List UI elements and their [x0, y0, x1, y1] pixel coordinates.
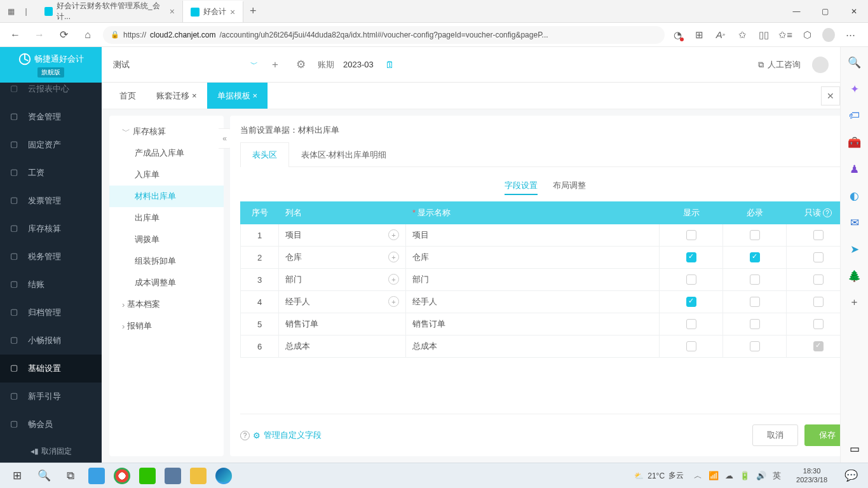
- taskbar-app-explorer[interactable]: [186, 463, 211, 489]
- field-tab[interactable]: 布局调整: [553, 177, 586, 195]
- checkbox[interactable]: [813, 230, 824, 240]
- cell-display[interactable]: 仓库: [406, 247, 660, 269]
- favorite-icon[interactable]: ✩: [736, 29, 749, 41]
- maximize-button[interactable]: ▢: [811, 0, 839, 23]
- checkbox[interactable]: [686, 341, 696, 351]
- sidebar-item[interactable]: ▢固定资产: [0, 131, 102, 159]
- cell-display[interactable]: 部门: [406, 269, 660, 291]
- workspace-tab[interactable]: 单据模板×: [207, 83, 268, 109]
- tree-item[interactable]: 组装拆卸单: [109, 250, 224, 272]
- checkbox[interactable]: [686, 319, 696, 329]
- add-icon[interactable]: +: [388, 252, 399, 262]
- workspace-tab[interactable]: 账套迁移×: [146, 83, 207, 109]
- clock[interactable]: 18:30 2023/3/18: [791, 467, 832, 484]
- taskbar-app[interactable]: [84, 463, 109, 489]
- taskbar-app-chrome[interactable]: [109, 463, 135, 489]
- checkbox[interactable]: [686, 252, 696, 262]
- checkbox[interactable]: [750, 341, 760, 351]
- collapse-tree-button[interactable]: «: [219, 128, 231, 149]
- checkbox[interactable]: [750, 230, 760, 240]
- close-button[interactable]: ✕: [839, 0, 868, 23]
- cancel-pin-button[interactable]: ◂▮ 取消固定: [0, 440, 102, 463]
- cell-display[interactable]: 总成本: [406, 336, 660, 358]
- tree-item[interactable]: 产成品入库单: [109, 142, 224, 164]
- text-size-icon[interactable]: A»: [714, 29, 727, 41]
- taskbar-app-edge[interactable]: [211, 463, 236, 489]
- checkbox[interactable]: [750, 319, 760, 329]
- area-tab[interactable]: 表头区: [240, 142, 289, 167]
- minimize-button[interactable]: —: [782, 0, 811, 23]
- checkbox[interactable]: [813, 319, 824, 329]
- help-icon[interactable]: ?: [823, 208, 832, 217]
- home-button[interactable]: ⌂: [79, 26, 97, 44]
- search-icon[interactable]: 🔍: [848, 56, 861, 69]
- settings-icon[interactable]: ⚙: [292, 57, 309, 73]
- tree-item[interactable]: 出库单: [109, 207, 224, 229]
- tree-item[interactable]: 成本调整单: [109, 272, 224, 294]
- tree-item[interactable]: 调拨单: [109, 229, 224, 250]
- sidebar-item[interactable]: ▢归档管理: [0, 299, 102, 327]
- sidebar-item[interactable]: ▢工资: [0, 159, 102, 187]
- tree-item[interactable]: 入库单: [109, 164, 224, 186]
- sidebar-item[interactable]: ▢畅会员: [0, 410, 102, 438]
- sidebar-item[interactable]: ▢新手引导: [0, 383, 102, 410]
- add-icon[interactable]: +: [388, 296, 399, 307]
- consult-button[interactable]: ⧉ 人工咨询: [758, 59, 801, 71]
- volume-icon[interactable]: 🔊: [756, 471, 766, 480]
- add-icon[interactable]: +: [388, 229, 399, 240]
- favorites-bar-icon[interactable]: ✩≡: [779, 29, 792, 41]
- checkbox[interactable]: [750, 297, 760, 307]
- sidebar-item[interactable]: ▢库存核算: [0, 215, 102, 243]
- add-button[interactable]: +: [267, 57, 283, 73]
- tree-root[interactable]: ›报销单: [109, 315, 224, 337]
- start-button[interactable]: ⊞: [4, 463, 31, 489]
- tree-item[interactable]: 材料出库单: [109, 186, 224, 207]
- new-tab-button[interactable]: +: [243, 4, 262, 18]
- manage-custom-fields-link[interactable]: ? ⚙ 管理自定义字段: [240, 430, 322, 441]
- add-icon[interactable]: +: [388, 274, 399, 285]
- checkbox[interactable]: [686, 230, 696, 240]
- search-button[interactable]: 🔍: [31, 463, 57, 489]
- close-icon[interactable]: ×: [230, 7, 235, 17]
- edge-icon[interactable]: ◐: [848, 189, 861, 202]
- app-icon[interactable]: ⬡: [801, 29, 813, 41]
- checkbox[interactable]: [813, 297, 824, 307]
- chevron-up-icon[interactable]: ︿: [694, 470, 702, 482]
- avatar[interactable]: [812, 57, 829, 73]
- checkbox[interactable]: [686, 297, 696, 307]
- outlook-icon[interactable]: ✉: [848, 216, 861, 229]
- tag-icon[interactable]: 🏷: [848, 109, 861, 122]
- panel-toggle-icon[interactable]: ▭: [848, 442, 861, 455]
- taskbar-app-wechat[interactable]: [135, 463, 160, 489]
- battery-icon[interactable]: 🔋: [740, 471, 750, 480]
- task-view-button[interactable]: ⧉: [57, 463, 84, 489]
- field-tab[interactable]: 字段设置: [505, 177, 538, 195]
- refresh-button[interactable]: ⟳: [55, 26, 72, 44]
- taskbar-app[interactable]: [160, 463, 186, 489]
- close-icon[interactable]: ×: [253, 91, 258, 100]
- sparkle-icon[interactable]: ✦: [848, 83, 861, 95]
- sidebar-item[interactable]: ▢发票管理: [0, 187, 102, 215]
- tree-root[interactable]: ›基本档案: [109, 294, 224, 315]
- checkbox[interactable]: [750, 252, 760, 262]
- more-icon[interactable]: ⋯: [844, 29, 857, 41]
- cancel-button[interactable]: 取消: [752, 424, 798, 446]
- sidebar-item[interactable]: ▢小畅报销: [0, 327, 102, 355]
- close-icon[interactable]: ×: [170, 6, 175, 17]
- weather-widget[interactable]: ⛅ 21°C 多云: [634, 470, 684, 481]
- cloud-icon[interactable]: ☁: [725, 471, 733, 480]
- checkbox[interactable]: [686, 274, 696, 285]
- games-icon[interactable]: ♟: [848, 163, 861, 175]
- address-bar[interactable]: 🔒 https://cloud2.chanjet.com/accounting/…: [103, 26, 665, 44]
- tree-icon[interactable]: 🌲: [848, 269, 861, 282]
- browser-tab-2[interactable]: 好会计 ×: [183, 1, 243, 22]
- wifi-icon[interactable]: 📶: [709, 471, 719, 480]
- forward-button[interactable]: →: [31, 26, 48, 44]
- cell-display[interactable]: 销售订单: [406, 313, 660, 336]
- back-button[interactable]: ←: [6, 26, 24, 44]
- cell-display[interactable]: 经手人: [406, 291, 660, 313]
- sidebar-item[interactable]: ▢结账: [0, 271, 102, 299]
- cell-display[interactable]: 项目: [406, 224, 660, 247]
- tab-actions-icon[interactable]: ▦: [5, 6, 17, 17]
- sidebar-item[interactable]: ▢资金管理: [0, 103, 102, 131]
